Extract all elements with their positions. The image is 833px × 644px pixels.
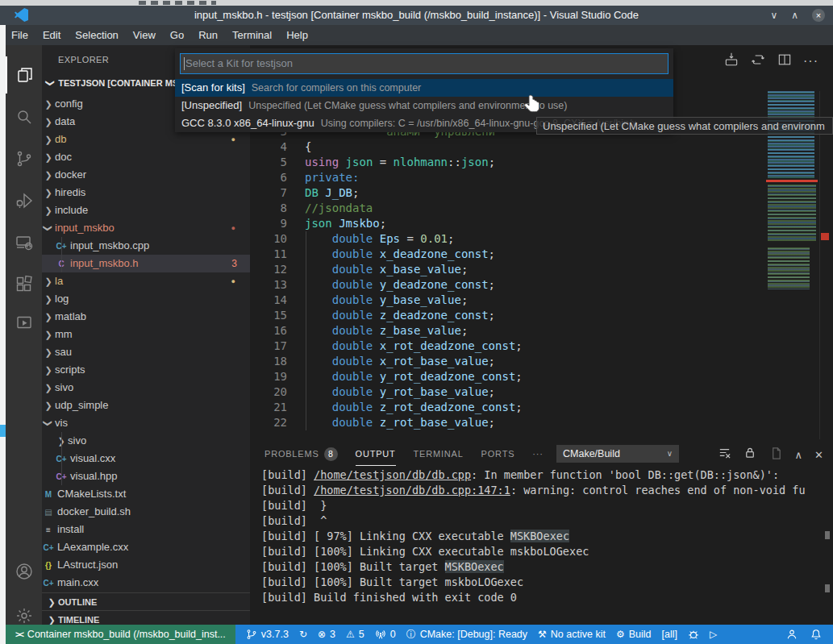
source-control-icon[interactable] [6, 140, 42, 177]
quick-pick-item--unspecified-[interactable]: [Unspecified]Unspecified (Let CMake gues… [175, 97, 673, 114]
tree-item-input_mskbo.cpp[interactable]: C+input_mskbo.cpp [42, 237, 250, 255]
remote-explorer-icon[interactable] [6, 224, 42, 261]
code-line-18[interactable]: 18 double x_rot_base_value; [250, 354, 833, 369]
code-line-22[interactable]: 22 double z_rot_base_value; [250, 415, 833, 430]
tree-item-scripts[interactable]: ❯scripts [42, 361, 250, 379]
code-line-20[interactable]: 20 double y_rot_base_value; [250, 384, 833, 400]
panel-tab-output[interactable]: OUTPUT [356, 442, 396, 466]
tree-item-input_mskbo.h[interactable]: Cinput_mskbo.h3 [42, 255, 250, 272]
menu-item-run[interactable]: Run [191, 25, 225, 45]
run-debug-icon[interactable] [6, 182, 42, 219]
output-channel-dropdown[interactable]: CMake/Build∨ [556, 445, 679, 463]
maximize-panel-icon[interactable]: ∧ [795, 447, 803, 462]
code-line-4[interactable]: 4{ [250, 139, 833, 155]
status-item-build[interactable]: ⚙Build [616, 629, 652, 640]
tree-item-db[interactable]: ❯db● [42, 131, 250, 148]
tree-item-include[interactable]: ❯include [42, 202, 250, 219]
code-line-19[interactable]: 19 double y_rot_deadzone_const; [250, 369, 833, 384]
status-item-notifications[interactable] [810, 629, 822, 640]
code-line-11[interactable]: 11 double x_deadzone_const; [250, 247, 833, 262]
tree-item-udp_simple[interactable]: ❯udp_simple [42, 397, 250, 414]
tree-item-docker[interactable]: ❯docker [42, 166, 250, 184]
code-line-21[interactable]: 21 double z_rot_deadzone_const; [250, 400, 833, 415]
maximize-icon[interactable]: ∧ [791, 10, 798, 20]
status-item-feedback[interactable] [786, 629, 798, 640]
status-item-warnings[interactable]: ⚠5 [346, 629, 364, 640]
explorer-icon[interactable] [6, 56, 42, 93]
menu-item-edit[interactable]: Edit [35, 25, 68, 45]
outline-section[interactable]: ❯OUTLINE [42, 592, 250, 611]
tree-item-sivo[interactable]: ❯sivo [42, 432, 250, 450]
tree-item-main.cxx[interactable]: C+main.cxx [42, 574, 250, 592]
open-output-in-editor-icon[interactable] [769, 446, 783, 463]
menu-item-selection[interactable]: Selection [68, 25, 125, 45]
menu-item-help[interactable]: Help [279, 25, 315, 45]
quick-pick-item--scan-for-kits-[interactable]: [Scan for kits]Search for compilers on t… [175, 79, 673, 97]
status-item-target[interactable]: [all] [661, 629, 677, 640]
code-line-17[interactable]: 17 double x_rot_deadzone_const; [250, 339, 833, 354]
output-file-link[interactable]: /home/testjson/db/db.cpp [314, 468, 471, 481]
panel-tab-ports[interactable]: PORTS [481, 442, 515, 465]
extensions-icon[interactable] [6, 266, 42, 303]
tree-item-input_mskbo[interactable]: ❯input_mskbo● [42, 219, 250, 237]
tree-item-log[interactable]: ❯log [42, 290, 250, 308]
tree-item-install[interactable]: ≡install [42, 521, 250, 538]
code-line-16[interactable]: 16 double z_base_value; [250, 323, 833, 339]
menu-item-file[interactable]: File [4, 25, 35, 45]
close-icon[interactable]: × [812, 9, 825, 22]
tree-item-docker_build.sh[interactable]: ▤docker_build.sh [42, 503, 250, 521]
test-media-icon[interactable] [6, 304, 42, 341]
tree-item-visual.hpp[interactable]: C+visual.hpp [42, 467, 250, 485]
menu-item-view[interactable]: View [126, 25, 163, 45]
tree-item-sivo[interactable]: ❯sivo [42, 379, 250, 397]
quick-pick-input[interactable]: Select a Kit for testjson [180, 53, 668, 74]
status-item-errors[interactable]: ⊗3 [318, 629, 335, 640]
code-line-9[interactable]: 9json Jmskbo; [250, 216, 833, 231]
panel-scrollbar-mark[interactable] [825, 531, 830, 539]
split-editor-icon[interactable] [777, 52, 793, 71]
close-panel-icon[interactable]: ✕ [814, 447, 823, 462]
tree-item-vis[interactable]: ❯vis [42, 414, 250, 432]
tree-item-visual.cxx[interactable]: C+visual.cxx [42, 450, 250, 467]
panel-tab-terminal[interactable]: TERMINAL [414, 442, 464, 465]
remote-indicator[interactable]: >< Container mskbo_build (/mskbo_build_i… [6, 625, 235, 644]
status-item-kit[interactable]: ⚒No active kit [538, 629, 606, 640]
status-item-sync[interactable]: ↻ [299, 629, 307, 639]
code-line-12[interactable]: 12 double x_base_value; [250, 262, 833, 277]
minimize-icon[interactable]: ∨ [770, 10, 777, 20]
output-file-link[interactable]: /home/testjson/db/db.cpp:147:1 [314, 484, 510, 497]
menu-item-terminal[interactable]: Terminal [225, 25, 279, 45]
status-item-debug[interactable] [688, 629, 699, 640]
status-item-cmake[interactable]: ⓘCMake: [Debug]: Ready [406, 629, 527, 640]
more-actions-icon[interactable]: ··· [803, 54, 818, 69]
tree-item-la[interactable]: ❯la● [42, 272, 250, 290]
tree-item-matlab[interactable]: ❯matlab [42, 308, 250, 326]
tree-item-mm[interactable]: ❯mm [42, 326, 250, 343]
status-item-ports[interactable]: 0 [375, 629, 396, 640]
code-line-5[interactable]: 5using json = nlohmann::json; [250, 155, 833, 170]
tree-item-LAstruct.json[interactable]: {}LAstruct.json [42, 556, 250, 574]
code-line-10[interactable]: 10 double Eps = 0.01; [250, 231, 833, 247]
code-line-6[interactable]: 6private: [250, 170, 833, 185]
tree-item-doc[interactable]: ❯doc [42, 148, 250, 166]
code-line-14[interactable]: 14 double y_base_value; [250, 293, 833, 308]
search-icon[interactable] [6, 98, 42, 135]
compare-changes-icon[interactable] [750, 52, 766, 71]
lock-icon[interactable] [743, 446, 757, 463]
clear-output-icon[interactable] [718, 446, 731, 463]
panel-tab-[interactable]: ··· [532, 442, 543, 465]
status-item-launch[interactable]: ▷ [710, 629, 717, 639]
menu-item-go[interactable]: Go [163, 25, 191, 45]
code-line-13[interactable]: 13 double y_deadzone_const; [250, 277, 833, 293]
output-log[interactable]: [build] /home/testjson/db/db.cpp: In mem… [261, 467, 826, 605]
code-line-15[interactable]: 15 double z_deadzone_const; [250, 308, 833, 323]
status-item-branch[interactable]: v3.7.3 [246, 629, 289, 640]
code-line-7[interactable]: 7DB J_DB; [250, 185, 833, 201]
panel-tab-problems[interactable]: PROBLEMS8 [264, 442, 338, 465]
run-below-icon[interactable] [723, 52, 739, 71]
panel-scrollbar-mark[interactable] [825, 584, 830, 592]
account-icon[interactable] [6, 553, 42, 590]
tree-item-LAexample.cxx[interactable]: C+LAexample.cxx [42, 538, 250, 556]
tree-item-CMakeLists.txt[interactable]: MCMakeLists.txt [42, 485, 250, 503]
tree-item-hiredis[interactable]: ❯hiredis [42, 184, 250, 202]
